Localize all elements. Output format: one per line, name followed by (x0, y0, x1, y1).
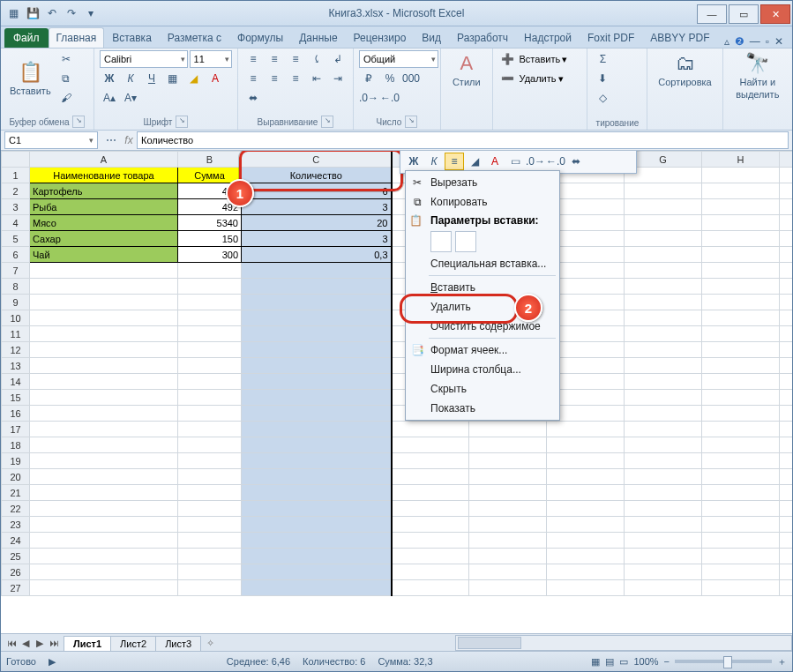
ctx-format-cells[interactable]: 📑Формат ячеек... (406, 340, 559, 360)
cell-B21[interactable] (178, 485, 242, 501)
cut-icon[interactable]: ✂ (56, 50, 76, 68)
ribbon-min2-icon[interactable]: — (750, 35, 760, 48)
cell-A15[interactable] (30, 390, 178, 406)
cell-I4[interactable] (780, 215, 793, 231)
cell-I7[interactable] (780, 263, 793, 279)
tab-formulas[interactable]: Формулы (229, 27, 291, 48)
row-header-6[interactable]: 6 (2, 247, 30, 263)
namebox-expand-icon[interactable]: ⋯ (101, 131, 121, 149)
cell-D25[interactable] (392, 549, 469, 564)
cell-D19[interactable] (392, 453, 469, 469)
cell-F21[interactable] (547, 485, 625, 501)
cell-H9[interactable] (702, 295, 780, 310)
cell-A21[interactable] (30, 485, 178, 501)
cell-C25[interactable] (242, 549, 392, 564)
cell-G14[interactable] (625, 374, 702, 390)
cell-C11[interactable] (242, 326, 392, 342)
cell-A16[interactable] (30, 406, 178, 422)
cell-F23[interactable] (547, 517, 625, 533)
cell-E17[interactable] (469, 422, 547, 437)
cell-I16[interactable] (780, 406, 793, 422)
status-macro-icon[interactable]: ▶ (49, 656, 56, 668)
cell-F19[interactable] (547, 453, 625, 469)
new-sheet-icon[interactable]: ✧ (201, 638, 220, 649)
cell-B16[interactable] (178, 406, 242, 422)
cell-H10[interactable] (702, 310, 780, 326)
zoom-level[interactable]: 100% (633, 656, 658, 667)
cell-H16[interactable] (702, 406, 780, 422)
mini-fontcolor-icon[interactable]: A (485, 153, 505, 170)
cell-I8[interactable] (780, 279, 793, 295)
percent-icon[interactable]: % (380, 70, 400, 87)
cell-C3[interactable]: 3 (242, 199, 392, 215)
cell-B13[interactable] (178, 358, 242, 374)
cell-F17[interactable] (547, 422, 625, 437)
tab-review[interactable]: Рецензиро (346, 27, 415, 48)
cell-G7[interactable] (625, 263, 702, 279)
grow-font-icon[interactable]: A▴ (100, 89, 119, 107)
number-format-combo[interactable]: Общий (359, 50, 438, 68)
cell-B26[interactable] (178, 564, 242, 580)
cell-A18[interactable] (30, 437, 178, 453)
cell-G24[interactable] (625, 533, 702, 549)
row-header-7[interactable]: 7 (2, 263, 30, 279)
ctx-column-width[interactable]: Ширина столбца... (406, 360, 559, 379)
mini-fill-icon[interactable]: ◢ (465, 153, 484, 170)
cell-I19[interactable] (780, 453, 793, 469)
row-header-14[interactable]: 14 (2, 374, 30, 390)
cell-E27[interactable] (469, 580, 547, 596)
cell-A3[interactable]: Рыба (30, 199, 178, 215)
select-all-corner[interactable] (2, 152, 30, 168)
cell-D21[interactable] (392, 485, 469, 501)
row-header-8[interactable]: 8 (2, 279, 30, 295)
cell-B27[interactable] (178, 580, 242, 596)
tab-insert[interactable]: Вставка (104, 27, 160, 48)
cell-A14[interactable] (30, 374, 178, 390)
cell-G13[interactable] (625, 358, 702, 374)
paste-option-2[interactable] (455, 231, 476, 252)
cell-G5[interactable] (625, 231, 702, 247)
cell-A20[interactable] (30, 469, 178, 485)
cell-G22[interactable] (625, 501, 702, 517)
mini-center-icon[interactable]: ≡ (445, 153, 464, 170)
paste-button[interactable]: 📋 Вставить (6, 59, 55, 98)
cell-I24[interactable] (780, 533, 793, 549)
cell-G10[interactable] (625, 310, 702, 326)
redo-icon[interactable]: ↷ (63, 4, 80, 22)
cell-H23[interactable] (702, 517, 780, 533)
border-icon[interactable]: ▦ (163, 70, 183, 87)
cell-G4[interactable] (625, 215, 702, 231)
cell-G11[interactable] (625, 326, 702, 342)
cell-I15[interactable] (780, 390, 793, 406)
col-header-H[interactable]: H (702, 152, 780, 168)
cell-G12[interactable] (625, 342, 702, 358)
cell-B12[interactable] (178, 342, 242, 358)
cell-H13[interactable] (702, 358, 780, 374)
cell-H14[interactable] (702, 374, 780, 390)
shrink-font-icon[interactable]: A▾ (121, 89, 140, 107)
cell-E25[interactable] (469, 549, 547, 564)
cell-G20[interactable] (625, 469, 702, 485)
tab-developer[interactable]: Разработч (449, 27, 516, 48)
cell-C7[interactable] (242, 263, 392, 279)
col-header-C[interactable]: C (242, 152, 392, 168)
cell-G26[interactable] (625, 564, 702, 580)
row-header-26[interactable]: 26 (2, 564, 30, 580)
col-header-A[interactable]: A (30, 152, 178, 168)
ctx-paste-special[interactable]: Специальная вставка... (406, 254, 559, 273)
cell-G16[interactable] (625, 406, 702, 422)
cell-G9[interactable] (625, 295, 702, 310)
cell-B8[interactable] (178, 279, 242, 295)
cell-C24[interactable] (242, 533, 392, 549)
cell-G3[interactable] (625, 199, 702, 215)
cell-I6[interactable] (780, 247, 793, 263)
cell-C6[interactable]: 0,3 (242, 247, 392, 263)
cell-E19[interactable] (469, 453, 547, 469)
wrap-icon[interactable]: ↲ (328, 50, 348, 68)
cell-H27[interactable] (702, 580, 780, 596)
ctx-clear[interactable]: Очистить содержимое (406, 317, 559, 336)
cell-E18[interactable] (469, 437, 547, 453)
cell-B17[interactable] (178, 422, 242, 437)
cell-G17[interactable] (625, 422, 702, 437)
cell-B9[interactable] (178, 295, 242, 310)
